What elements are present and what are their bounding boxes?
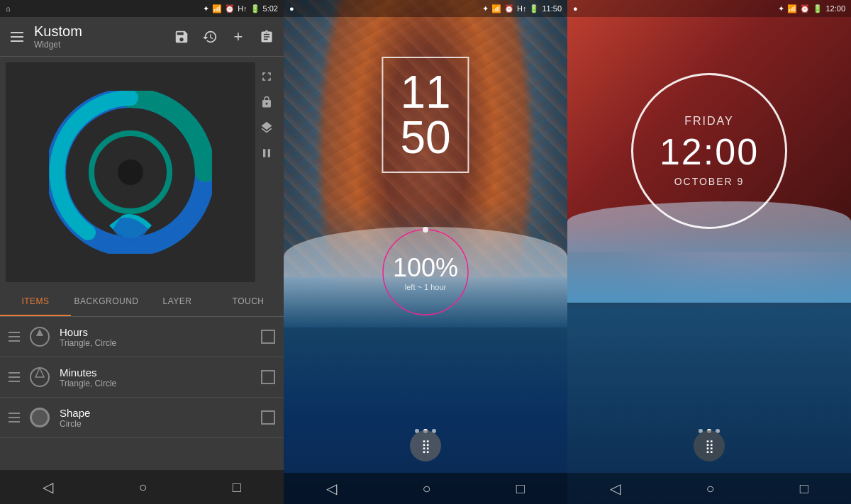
minutes-item-name: Minutes [60,366,254,379]
status-right-3: ✦ 📶 ⏰ 🔋 12:00 [778,4,845,13]
status-bar-2: ● ✦ 📶 ⏰ H↑ 🔋 11:50 [284,0,567,17]
widget-canvas[interactable]: Root [6,62,255,282]
svg-marker-5 [36,329,43,336]
svg-point-3 [118,159,143,185]
back-button-3[interactable]: ◁ [593,474,638,503]
home-button-2[interactable]: ○ [405,475,447,503]
drag-handle-shape[interactable] [9,412,20,423]
history-button[interactable] [201,28,218,45]
menu-button[interactable] [9,28,26,45]
app-drawer-button-3[interactable] [694,430,725,461]
list-item[interactable]: Shape Circle [0,398,284,438]
clock-date: OCTOBER 9 [674,176,745,187]
hours-item-info: Hours Triangle, Circle [60,326,254,348]
canvas-tools [255,62,278,282]
status-left-1: ⌂ [6,4,11,13]
battery-icon-2: 🔋 [529,4,539,13]
minutes-item-info: Minutes Triangle, Circle [60,366,254,388]
clock-hour: 11 [400,69,450,115]
editor-tabs: ITEMS BACKGROUND LAYER TOUCH [0,288,284,317]
list-item[interactable]: Minutes Triangle, Circle [0,357,284,398]
fullscreen-button[interactable] [258,68,275,85]
bottom-nav-1: ◁ ○ □ [0,470,284,504]
bottom-nav-3: ◁ ○ □ [567,473,851,504]
shape-icon [30,408,50,427]
home-button-3[interactable]: ○ [689,475,731,503]
alarm-icon: ⏰ [225,4,235,13]
items-list: Hours Triangle, Circle Minutes Triangle,… [0,317,284,470]
bt-icon-3: ✦ [778,4,784,13]
tab-touch[interactable]: TOUCH [213,288,284,316]
wifi-icon-2: 📶 [491,4,501,13]
tab-background[interactable]: BACKGROUND [71,288,142,316]
list-item[interactable]: Hours Triangle, Circle [0,317,284,357]
battery-label: left ~ 1 hour [393,283,458,291]
minutes-checkbox[interactable] [261,370,275,384]
wifi-icon-3: 📶 [787,4,797,13]
hours-checkbox[interactable] [261,330,275,344]
status-time-3: 12:00 [825,4,845,13]
battery-icon: 🔋 [250,4,260,13]
clock-day: FRIDAY [684,115,733,128]
svg-marker-7 [35,368,44,377]
app-subtitle: Widget [34,40,165,50]
shape-item-name: Shape [60,407,254,419]
minutes-icon-svg [28,365,52,389]
lockscreen-panel-2: ● ✦ 📶 ⏰ 🔋 12:00 FRIDAY 12:00 OCTOBER 9 ◁… [567,0,851,504]
signal-icon-2: H↑ [517,4,526,13]
tab-items[interactable]: ITEMS [0,288,71,316]
bt-icon: ✦ [203,4,209,13]
status-right-2: ✦ 📶 ⏰ H↑ 🔋 11:50 [482,4,562,13]
drag-handle-hours[interactable] [9,331,20,342]
kustom-panel: ⌂ ✦ 📶 ⏰ H↑ 🔋 5:02 Kustom Widget [0,0,284,504]
svg-point-10 [423,227,428,233]
status-right-1: ✦ 📶 ⏰ H↑ 🔋 5:02 [203,4,278,13]
shape-item-info: Shape Circle [60,407,254,429]
tab-layer[interactable]: LAYER [142,288,213,316]
add-button[interactable]: + [230,28,247,45]
recents-button-2[interactable]: □ [499,475,542,503]
battery-text: 100% left ~ 1 hour [393,253,458,291]
bluetooth-icon: ⌂ [6,4,11,13]
status-time-2: 11:50 [542,4,562,13]
shape-checkbox[interactable] [261,410,275,425]
back-button-2[interactable]: ◁ [309,474,354,503]
recents-button-3[interactable]: □ [783,475,825,503]
hours-item-icon [27,324,52,349]
save-button[interactable] [173,28,190,45]
hours-item-sub: Triangle, Circle [60,338,254,348]
kustom-logo-svg [49,91,212,254]
notif-icon-3: ● [573,4,578,13]
recents-button-1[interactable]: □ [216,474,258,501]
app-title-section: Kustom Widget [34,23,165,50]
back-button-1[interactable]: ◁ [26,473,70,501]
app-bar: Kustom Widget + [0,17,284,57]
alarm-icon-2: ⏰ [504,4,514,13]
hours-item-name: Hours [60,326,254,338]
canvas-area: Root [0,57,284,288]
signal-icon: H↑ [238,4,247,13]
status-time-1: 5:02 [263,4,278,13]
home-button-1[interactable]: ○ [121,474,164,501]
shape-item-icon [27,405,52,430]
lock-button[interactable] [258,94,275,111]
minutes-item-sub: Triangle, Circle [60,379,254,388]
status-bar-3: ● ✦ 📶 ⏰ 🔋 12:00 [567,0,851,17]
drag-handle-minutes[interactable] [9,371,20,383]
hours-icon-svg [28,325,52,349]
notif-icon-2: ● [289,4,294,13]
clock-widget: 11 50 [382,57,469,173]
copy-button[interactable] [258,28,275,45]
status-left-2: ● [289,4,294,13]
bt-icon-2: ✦ [482,4,489,13]
pause-button[interactable] [258,145,275,162]
alarm-icon-3: ⏰ [800,4,810,13]
battery-circle-widget: 100% left ~ 1 hour [376,223,475,322]
battery-icon-3: 🔋 [813,4,823,13]
layers-button[interactable] [258,119,275,136]
app-drawer-button-2[interactable] [410,430,441,461]
wifi-icon: 📶 [212,4,222,13]
status-bar-1: ⌂ ✦ 📶 ⏰ H↑ 🔋 5:02 [0,0,284,17]
circle-clock-widget: FRIDAY 12:00 OCTOBER 9 [631,73,787,229]
circle-clock-time: 12:00 [660,130,759,173]
